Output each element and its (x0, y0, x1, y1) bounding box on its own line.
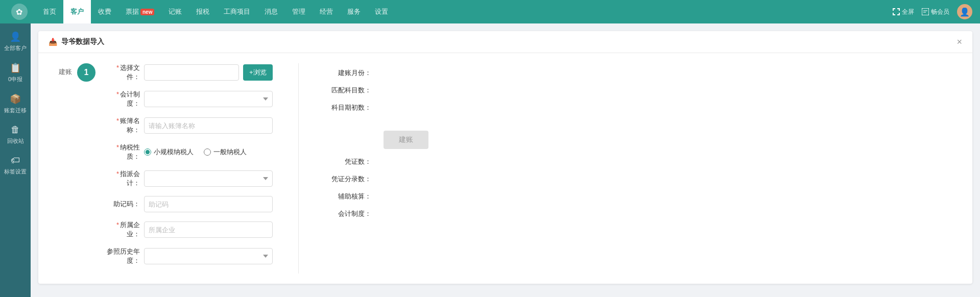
right-accounting-system-label: 会计制度： (324, 209, 375, 218)
assign-accountant-select[interactable] (144, 170, 273, 187)
memo-code-label: 助记码： (103, 200, 144, 209)
nav-item-settings[interactable]: 设置 (368, 0, 395, 23)
nav-item-operation[interactable]: 经营 (313, 0, 340, 23)
step-circle: 1 (77, 63, 95, 82)
nav-item-tax[interactable]: 报税 (189, 0, 217, 23)
fullscreen-button[interactable]: 全屏 (893, 8, 914, 16)
all-clients-icon: 👤 (10, 31, 21, 42)
nav-item-home[interactable]: 首页 (36, 0, 63, 23)
tax-type-radio-group: 小规模纳税人 一般纳税人 (144, 147, 247, 157)
history-year-label: 参照历史年度： (103, 247, 144, 265)
ledger-name-label: 账簿名称： (103, 116, 144, 135)
voucher-count-label: 凭证数： (324, 157, 375, 166)
sidebar-item-migration[interactable]: 📦 账套迁移 (0, 88, 31, 119)
voucher-count-row: 凭证数： (324, 157, 488, 166)
assign-accountant-row: 指派会计： (103, 169, 273, 188)
member-icon (922, 8, 929, 15)
subject-initial-label: 科目期初数： (324, 103, 375, 112)
dialog-header: 📥 导爷数据导入 × (38, 31, 972, 53)
tax-type-row: 纳税性质： 小规模纳税人 一般纳税人 (103, 143, 273, 161)
browse-button[interactable]: +浏览 (243, 64, 273, 81)
nav-items: 首页 客户 收费 票据 new 记账 报税 工商项目 消息 管理 经营 服务 设… (36, 0, 893, 23)
user-avatar[interactable]: 👤 (957, 4, 972, 19)
match-subjects-label: 匹配科目数： (324, 86, 375, 95)
dialog-container: 📥 导爷数据导入 × 建账 1 选择文件： (38, 31, 972, 284)
voucher-entries-label: 凭证分录数： (324, 175, 375, 184)
auxiliary-accounting-label: 辅助核算： (324, 192, 375, 201)
right-accounting-system-row: 会计制度： (324, 209, 488, 218)
sidebar-item-tags[interactable]: 🏷 标签设置 (0, 150, 31, 181)
form-divider (298, 63, 299, 274)
nav-item-manage[interactable]: 管理 (285, 0, 313, 23)
accounting-system-row: 会计制度： (103, 90, 273, 108)
dialog-title: 📥 导爷数据导入 (49, 37, 104, 46)
match-subjects-row: 匹配科目数： (324, 86, 488, 95)
create-month-label: 建账月份： (324, 68, 375, 78)
small-taxpayer-radio[interactable] (144, 148, 151, 156)
form-right: 建账月份： 匹配科目数： 科目期初数： 建账 (324, 63, 488, 274)
svg-rect-0 (922, 8, 929, 15)
main-content: 📥 导爷数据导入 × 建账 1 选择文件： (31, 23, 980, 297)
affiliated-company-row: 所属企业： (103, 220, 273, 239)
right-actions: 建账 (324, 126, 488, 149)
create-month-row: 建账月份： (324, 68, 488, 78)
file-label: 选择文件： (103, 63, 144, 82)
sidebar-item-all-clients[interactable]: 👤 全部客户 (0, 26, 31, 57)
history-year-select[interactable] (144, 248, 273, 264)
new-badge: new (140, 9, 154, 15)
sidebar-item-recycle[interactable]: 🗑 回收站 (0, 119, 31, 150)
file-input[interactable] (144, 64, 239, 81)
tags-icon: 🏷 (11, 155, 20, 166)
nav-right: 全屏 畅会员 👤 (893, 4, 972, 19)
auxiliary-accounting-row: 辅助核算： (324, 192, 488, 201)
ledger-name-row: 账簿名称： (103, 116, 273, 135)
nav-item-charge[interactable]: 收费 (91, 0, 118, 23)
step-section: 建账 1 (59, 63, 95, 82)
voucher-entries-row: 凭证分录数： (324, 175, 488, 184)
affiliated-company-label: 所属企业： (103, 220, 144, 239)
fullscreen-icon (893, 8, 900, 15)
ledger-name-input[interactable] (144, 117, 273, 134)
create-account-button[interactable]: 建账 (384, 131, 428, 149)
affiliated-company-input[interactable] (144, 221, 273, 238)
right-form-area: 建账月份： 匹配科目数： 科目期初数： 建账 (324, 63, 488, 227)
memo-code-row: 助记码： (103, 196, 273, 212)
declaration-icon: 📋 (10, 62, 21, 73)
recycle-icon: 🗑 (11, 125, 20, 135)
top-navigation: ✿ 首页 客户 收费 票据 new 记账 报税 工商项目 消息 管理 经营 服务… (0, 0, 980, 23)
tax-type-label: 纳税性质： (103, 143, 144, 161)
migration-icon: 📦 (10, 93, 21, 105)
file-select-row: 选择文件： +浏览 (103, 63, 273, 82)
accounting-system-select[interactable] (144, 91, 273, 107)
close-button[interactable]: × (957, 37, 962, 46)
sidebar: 👤 全部客户 📋 0申报 📦 账套迁移 🗑 回收站 🏷 标签设置 (0, 23, 31, 297)
accounting-system-label: 会计制度： (103, 90, 144, 108)
logo-area[interactable]: ✿ (5, 0, 33, 23)
main-layout: 👤 全部客户 📋 0申报 📦 账套迁移 🗑 回收站 🏷 标签设置 📥 导爷 (0, 23, 980, 297)
nav-item-client[interactable]: 客户 (63, 0, 91, 23)
general-taxpayer-radio[interactable] (204, 148, 211, 156)
form-left: 选择文件： +浏览 会计制度： (103, 63, 273, 274)
memo-code-input[interactable] (144, 196, 273, 212)
nav-item-invoice[interactable]: 票据 new (118, 0, 161, 23)
history-year-row: 参照历史年度： (103, 247, 273, 265)
logo-icon: ✿ (11, 4, 28, 20)
member-button[interactable]: 畅会员 (922, 8, 949, 16)
general-taxpayer-option[interactable]: 一般纳税人 (204, 147, 247, 157)
nav-item-service[interactable]: 服务 (340, 0, 368, 23)
nav-item-message[interactable]: 消息 (257, 0, 285, 23)
subject-initial-row: 科目期初数： (324, 103, 488, 112)
dialog-title-icon: 📥 (49, 38, 57, 46)
form-area: 建账 1 选择文件： +浏览 (38, 53, 972, 284)
sidebar-item-declaration[interactable]: 📋 0申报 (0, 57, 31, 88)
assign-accountant-label: 指派会计： (103, 169, 144, 188)
nav-item-bookkeeping[interactable]: 记账 (161, 0, 189, 23)
small-taxpayer-option[interactable]: 小规模纳税人 (144, 147, 194, 157)
file-input-wrapper: +浏览 (144, 64, 273, 81)
nav-item-industry[interactable]: 工商项目 (217, 0, 257, 23)
